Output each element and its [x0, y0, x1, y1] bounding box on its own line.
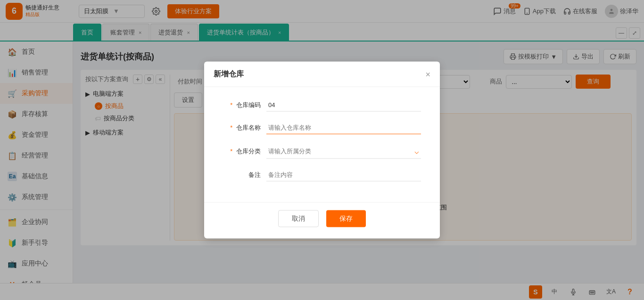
warehouse-code-input[interactable] [266, 99, 421, 112]
dialog-title: 新增仓库 [214, 69, 244, 79]
dialog-close-button[interactable]: × [425, 70, 430, 78]
dialog-footer: 取消 保存 [204, 202, 440, 239]
warehouse-note-label: 备注 [223, 171, 261, 179]
warehouse-code-row: * 仓库编码 [223, 99, 421, 112]
warehouse-name-row: * 仓库名称 [223, 121, 421, 134]
dialog-header: 新增仓库 × [204, 62, 440, 87]
warehouse-name-label: * 仓库名称 [223, 124, 261, 132]
warehouse-name-input[interactable] [266, 121, 421, 134]
category-dropdown-arrow: ⌵ [414, 147, 419, 156]
warehouse-category-row: * 仓库分类 ⌵ [223, 144, 421, 159]
dialog-body: * 仓库编码 * 仓库名称 * 仓库分类 ⌵ 备注 [204, 87, 440, 202]
add-warehouse-dialog: 新增仓库 × * 仓库编码 * 仓库名称 * 仓库分类 ⌵ [204, 62, 440, 239]
save-button[interactable]: 保存 [326, 210, 366, 227]
warehouse-category-select[interactable]: ⌵ [266, 144, 421, 159]
cancel-button[interactable]: 取消 [278, 210, 319, 227]
warehouse-note-input[interactable] [266, 168, 421, 182]
warehouse-note-row: 备注 [223, 168, 421, 182]
warehouse-category-label: * 仓库分类 [223, 147, 261, 156]
warehouse-category-input[interactable] [268, 148, 414, 155]
warehouse-code-label: * 仓库编码 [223, 101, 261, 109]
